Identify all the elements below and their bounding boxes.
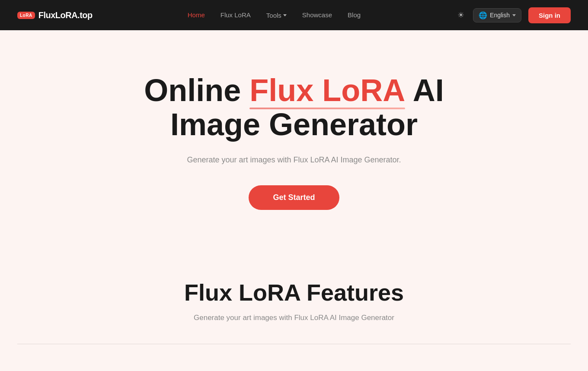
hero-subtitle: Generate your art images with Flux LoRA … xyxy=(187,154,401,166)
nav-item-showcase: Showcase xyxy=(302,11,332,19)
brand-logo[interactable]: LoRA FluxLoRA.top xyxy=(17,10,93,20)
theme-toggle-button[interactable]: ☀ xyxy=(456,9,466,22)
nav-item-tools: Tools xyxy=(266,12,287,19)
nav-link-tools[interactable]: Tools xyxy=(266,12,287,19)
language-selector[interactable]: 🌐 English xyxy=(473,8,521,22)
chevron-down-icon xyxy=(512,14,516,16)
language-label: English xyxy=(490,12,510,19)
nav-link-blog[interactable]: Blog xyxy=(348,11,361,19)
nav-right: ☀ 🌐 English Sign in xyxy=(456,7,571,23)
nav-link-flux-lora[interactable]: Flux LoRA xyxy=(220,11,251,19)
globe-icon: 🌐 xyxy=(479,11,487,19)
brand-name: FluxLoRA.top xyxy=(38,10,93,20)
features-subtitle: Generate your art images with Flux LoRA … xyxy=(17,314,571,322)
nav-links: Home Flux LoRA Tools Showcase Blog xyxy=(188,11,361,19)
nav-item-home: Home xyxy=(188,11,205,19)
nav-link-home[interactable]: Home xyxy=(188,11,205,19)
nav-link-showcase[interactable]: Showcase xyxy=(302,11,332,19)
features-divider xyxy=(17,344,571,344)
hero-section: Online Flux LoRA AI Image Generator Gene… xyxy=(0,30,588,244)
signin-button[interactable]: Sign in xyxy=(528,7,571,23)
nav-item-flux-lora: Flux LoRA xyxy=(220,11,251,19)
features-section: Flux LoRA Features Generate your art ima… xyxy=(0,244,588,361)
navbar: LoRA FluxLoRA.top Home Flux LoRA Tools S… xyxy=(0,0,588,30)
nav-item-blog: Blog xyxy=(348,11,361,19)
hero-title-highlight: Flux LoRA xyxy=(249,73,405,108)
get-started-button[interactable]: Get Started xyxy=(249,185,339,210)
features-title: Flux LoRA Features xyxy=(17,279,571,306)
hero-title-pre: Online xyxy=(144,73,249,108)
sun-icon: ☀ xyxy=(457,10,464,20)
chevron-down-icon xyxy=(283,14,287,16)
logo-badge: LoRA xyxy=(17,12,35,19)
hero-title: Online Flux LoRA AI Image Generator xyxy=(121,73,467,142)
